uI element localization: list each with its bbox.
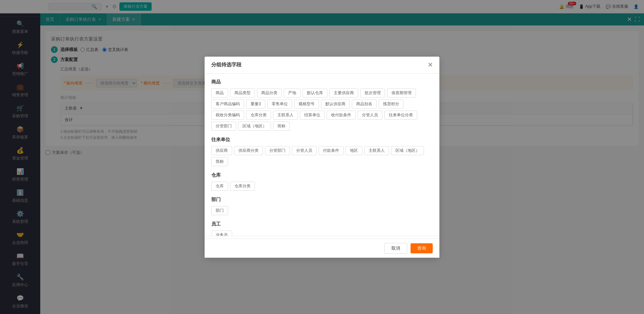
field-tags: 商品商品类型商品分类产地默认仓库主要供应商批次管理保质期管理客户商品编码重量3零… (211, 88, 433, 131)
field-tag[interactable]: 主要供应商 (329, 88, 358, 98)
field-tag[interactable]: 仓库分类 (246, 111, 271, 120)
field-tag[interactable]: 产地 (284, 88, 301, 98)
field-tag[interactable]: 收付款条件 (327, 111, 356, 120)
field-tag[interactable]: 分管部门 (265, 146, 290, 155)
field-tag[interactable]: 区域（地区） (238, 122, 271, 131)
field-tags: 供应商供应商分类分管部门分管人员付款条件地区主联系人区域（地区）简称 (211, 146, 433, 166)
field-tag[interactable]: 分管人员 (292, 146, 317, 155)
field-tags: 业务员 (211, 231, 433, 236)
section-商品: 商品商品商品类型商品分类产地默认仓库主要供应商批次管理保质期管理客户商品编码重量… (211, 79, 433, 131)
field-tag[interactable]: 主联系人 (364, 146, 389, 155)
field-tag[interactable]: 商品类型 (230, 88, 255, 98)
section-title: 仓库 (211, 172, 433, 178)
field-tag[interactable]: 供应商分类 (234, 146, 263, 155)
section-员工: 员工业务员 (211, 221, 433, 236)
field-tag[interactable]: 部门 (211, 206, 228, 215)
field-tag[interactable]: 地区 (345, 146, 362, 155)
modal-overlay: 分组待选字段 ✕ 商品商品商品类型商品分类产地默认仓库主要供应商批次管理保质期管… (0, 0, 644, 314)
field-tag[interactable]: 主联系人 (273, 111, 298, 120)
field-tag[interactable]: 仓库 (211, 182, 228, 191)
field-tag[interactable]: 拣货积分 (379, 100, 404, 109)
field-tag[interactable]: 默认供应商 (321, 100, 350, 109)
modal-header: 分组待选字段 ✕ (205, 57, 439, 74)
field-tag[interactable]: 分管部门 (211, 122, 236, 131)
section-往来单位: 往来单位供应商供应商分类分管部门分管人员付款条件地区主联系人区域（地区）简称 (211, 137, 433, 166)
modal-footer: 取消 查询 (205, 239, 439, 258)
field-tags: 仓库仓库分类 (211, 182, 433, 191)
section-title: 员工 (211, 221, 433, 227)
section-title: 商品 (211, 79, 433, 85)
field-tag[interactable]: 商品分类 (257, 88, 282, 98)
modal: 分组待选字段 ✕ 商品商品商品类型商品分类产地默认仓库主要供应商批次管理保质期管… (205, 57, 439, 258)
field-tag[interactable]: 税收分类编码 (211, 111, 244, 120)
field-tag[interactable]: 默认仓库 (303, 88, 327, 98)
field-tag[interactable]: 供应商 (211, 146, 232, 155)
field-tag[interactable]: 分管人员 (358, 111, 382, 120)
field-tag[interactable]: 商品别名 (352, 100, 377, 109)
section-title: 部门 (211, 197, 433, 203)
field-tag[interactable]: 零售单位 (267, 100, 292, 109)
field-tag[interactable]: 往来单位分类 (384, 111, 417, 120)
field-tag[interactable]: 付款条件 (319, 146, 343, 155)
field-tag[interactable]: 规格型号 (294, 100, 319, 109)
field-tag[interactable]: 结算单位 (300, 111, 325, 120)
section-仓库: 仓库仓库仓库分类 (211, 172, 433, 191)
modal-title: 分组待选字段 (211, 62, 241, 68)
confirm-button[interactable]: 查询 (411, 243, 433, 253)
section-title: 往来单位 (211, 137, 433, 143)
field-tags: 部门 (211, 206, 433, 215)
cancel-button[interactable]: 取消 (384, 243, 407, 254)
field-tag[interactable]: 简称 (273, 122, 290, 131)
field-tag[interactable]: 批次管理 (360, 88, 385, 98)
field-tag[interactable]: 商品 (211, 88, 228, 98)
modal-hscroll[interactable] (205, 236, 439, 239)
field-tag[interactable]: 简称 (211, 157, 228, 166)
field-tag[interactable]: 仓库分类 (230, 182, 255, 191)
field-tag[interactable]: 保质期管理 (387, 88, 416, 98)
field-tag[interactable]: 业务员 (211, 231, 232, 236)
modal-body[interactable]: 商品商品商品类型商品分类产地默认仓库主要供应商批次管理保质期管理客户商品编码重量… (205, 74, 439, 236)
field-tag[interactable]: 区域（地区） (391, 146, 424, 155)
modal-close-btn[interactable]: ✕ (428, 61, 433, 69)
section-部门: 部门部门 (211, 197, 433, 215)
field-tag[interactable]: 客户商品编码 (211, 100, 244, 109)
field-tag[interactable]: 重量3 (246, 100, 265, 109)
